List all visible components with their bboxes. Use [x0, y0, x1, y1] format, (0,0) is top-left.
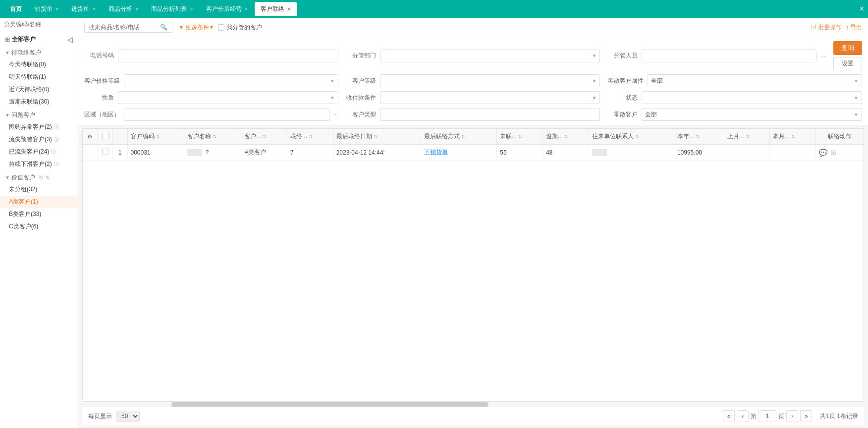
pagination-bar: 每页显示 50 « ‹ 第 页 › » 共1页 1条记录 — [82, 407, 864, 425]
page-size-label: 每页显示 — [88, 412, 112, 421]
dept-label: 分管部门 — [346, 52, 376, 60]
manager-label: 分管人员 — [608, 52, 638, 60]
sidebar-item-overdue-contact[interactable]: 逾期未联络(30) — [0, 96, 78, 108]
customer-grade-select[interactable]: ▼ — [380, 74, 600, 87]
tab-goods-analysis-close[interactable]: × — [135, 6, 138, 12]
filter-row-phone: 电话号码 — [84, 41, 338, 70]
query-btn[interactable]: 查询 — [833, 41, 862, 55]
export-btn[interactable]: ↑ 导出 — [846, 23, 862, 32]
th-last-contact-date[interactable]: 最后联络日期⇅ — [333, 129, 421, 145]
share-action-icon[interactable]: ⊞ — [830, 149, 836, 157]
th-no-contact[interactable]: 未联...⇅ — [497, 129, 543, 145]
gear-icon[interactable]: ⚙ — [87, 133, 93, 140]
sidebar-item-class-a[interactable]: A类客户(1) — [0, 196, 78, 208]
filter-row-status: 状态 ▼ — [608, 91, 862, 104]
next-page-btn[interactable]: › — [786, 410, 798, 422]
tab-customer-contact-close[interactable]: × — [287, 6, 290, 12]
sidebar-group-pending[interactable]: ▼ 待联络客户 — [0, 46, 78, 58]
page-input[interactable] — [759, 410, 776, 422]
retail-customer-select[interactable]: 全部 ▼ — [642, 108, 862, 121]
th-gear[interactable]: ⚙ — [83, 129, 98, 145]
edit-icon[interactable]: ✎ — [45, 174, 50, 181]
pending-arrow-icon: ▼ — [5, 50, 10, 55]
sidebar-item-hoarding[interactable]: 囤购异常客户(2) ⓘ — [0, 121, 78, 133]
th-category[interactable]: 客户...⇅ — [241, 129, 287, 145]
retail-attr-select[interactable]: 全部 ▼ — [648, 74, 862, 87]
tab-goods-analysis[interactable]: 商品分析 × — [103, 2, 144, 16]
th-this-month[interactable]: 本月...⇅ — [770, 129, 816, 145]
batch-op-btn[interactable]: ☑ 批量操作 — [811, 23, 842, 32]
sidebar-item-today-pending[interactable]: 今天待联络(0) — [0, 58, 78, 71]
row-checkbox-input[interactable] — [102, 149, 108, 155]
pending-group-label: 待联络客户 — [11, 49, 41, 57]
churned-info-icon: ⓘ — [51, 149, 56, 156]
tab-purchase[interactable]: 进货单 × — [65, 2, 101, 16]
manager-dots[interactable]: ··· — [820, 53, 825, 59]
manager-input[interactable] — [642, 50, 816, 62]
close-all-tabs[interactable]: × — [860, 4, 864, 13]
filter-search-icon[interactable]: 🔍 — [160, 24, 167, 31]
sidebar-item-tomorrow-pending[interactable]: 明天待联络(1) — [0, 71, 78, 83]
customer-type-input[interactable] — [380, 108, 600, 121]
tab-home[interactable]: 首页 — [4, 2, 28, 16]
nature-select[interactable]: ▼ — [118, 91, 338, 104]
tab-customer-segment-close[interactable]: × — [245, 6, 248, 12]
unit-contact-placeholder — [592, 149, 607, 156]
hoarding-label: 囤购异常客户(2) — [9, 123, 52, 131]
th-customer-name[interactable]: 客户名称⇅ — [184, 129, 241, 145]
sidebar-item-declining[interactable]: 持续下滑客户(2) ⓘ — [0, 158, 78, 170]
last-contact-method-link[interactable]: 下销货单 — [424, 149, 448, 156]
sidebar-item-class-c[interactable]: C类客户(6) — [0, 220, 78, 233]
first-page-btn[interactable]: « — [723, 410, 735, 422]
sidebar-collapse-btn[interactable]: ◁ — [67, 36, 73, 44]
payment-select[interactable]: ▼ — [380, 91, 600, 104]
more-conditions-btn[interactable]: ▼ 更多条件 ▾ — [178, 23, 213, 32]
th-last-contact-method[interactable]: 最后联络方式⇅ — [421, 129, 496, 145]
dept-select[interactable]: ▼ — [380, 50, 600, 62]
header-checkbox[interactable] — [102, 133, 108, 139]
horizontal-scrollbar-thumb[interactable] — [171, 402, 488, 407]
filter-search-input[interactable] — [89, 24, 158, 31]
settings-btn[interactable]: 设置 — [833, 57, 862, 70]
retail-attr-chevron-icon: ▼ — [854, 78, 859, 84]
tab-purchase-close[interactable]: × — [92, 6, 95, 12]
th-contact[interactable]: 联络...⇅ — [287, 129, 333, 145]
th-this-year[interactable]: 本年...⇅ — [674, 129, 724, 145]
today-pending-label: 今天待联络(0) — [9, 60, 46, 69]
region-dots[interactable]: ··· — [333, 111, 338, 118]
region-input[interactable] — [124, 108, 329, 121]
horizontal-scrollbar[interactable] — [82, 402, 864, 407]
sidebar-item-churned[interactable]: 已流失客户(24) ⓘ — [0, 146, 78, 158]
refresh-icon[interactable]: ↻ — [39, 174, 44, 181]
th-last-month[interactable]: 上月...⇅ — [724, 129, 770, 145]
price-grade-select[interactable]: ▼ — [124, 74, 338, 87]
sidebar-item-7days-pending[interactable]: 近7天待联络(0) — [0, 83, 78, 96]
sidebar-item-churn-warning[interactable]: 流失预警客户(3) ⓘ — [0, 133, 78, 146]
tab-customer-contact[interactable]: 客户联络 × — [255, 2, 296, 16]
message-action-icon[interactable]: 💬 — [819, 149, 827, 157]
tab-goods-analysis-list-close[interactable]: × — [190, 6, 193, 12]
th-overdue[interactable]: 逾期...⇅ — [542, 129, 589, 145]
th-unit-contact[interactable]: 往来单位联系人⇅ — [589, 129, 674, 145]
last-page-btn[interactable]: » — [800, 410, 812, 422]
tab-goods-analysis-list[interactable]: 商品分析列表 × — [145, 2, 199, 16]
sidebar-item-unclassified[interactable]: 未分组(32) — [0, 183, 78, 196]
my-customers-checkbox-area[interactable]: 我分管的客户 — [218, 23, 262, 32]
th-customer-code[interactable]: 客户编码⇅ — [127, 129, 184, 145]
my-customers-checkbox[interactable] — [218, 24, 224, 31]
this-year-sort-icon: ⇅ — [696, 134, 700, 139]
status-select[interactable]: ▼ — [642, 91, 862, 104]
sidebar-group-problem[interactable]: ▼ 问题客户 — [0, 108, 78, 121]
page-size-select[interactable]: 50 — [116, 411, 140, 422]
phone-input[interactable] — [118, 50, 338, 62]
sidebar-item-class-b[interactable]: B类客户(33) — [0, 208, 78, 220]
th-num — [112, 129, 127, 145]
sidebar-group-value[interactable]: ▼ 价值客户 ↻ ✎ — [0, 170, 78, 183]
tab-sales-close[interactable]: × — [55, 6, 58, 12]
retail-attr-select-value: 全部 — [651, 77, 663, 85]
tab-sales[interactable]: 销货单 × — [29, 2, 64, 16]
prev-page-btn[interactable]: ‹ — [737, 410, 749, 422]
sidebar-search-input[interactable] — [4, 21, 78, 28]
customer-grade-label: 客户等级 — [346, 77, 376, 85]
tab-customer-segment[interactable]: 客户分层经营 × — [200, 2, 254, 16]
